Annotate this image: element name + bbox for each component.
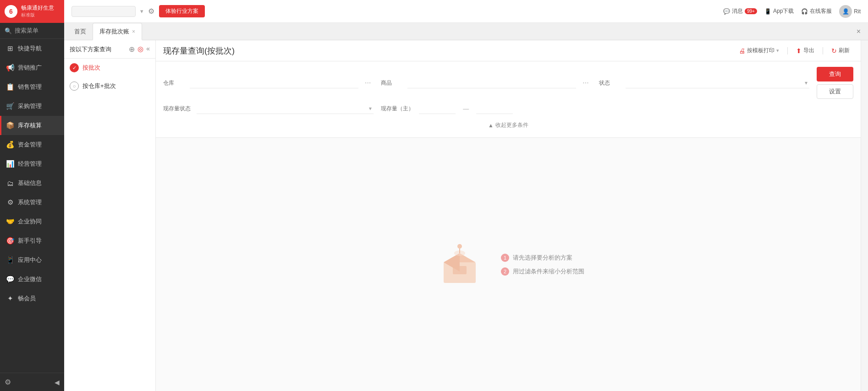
nav-label-quick-nav: 快捷导航 bbox=[18, 44, 42, 53]
refresh-button[interactable]: ↻ 刷新 bbox=[828, 45, 853, 56]
sidebar-item-system[interactable]: ⚙ 系统管理 bbox=[0, 193, 64, 212]
filter-item-warehouse-label: 按仓库+批次 bbox=[82, 82, 116, 90]
user-name: Rit bbox=[854, 8, 861, 15]
nav-icon-purchase: 🛒 bbox=[6, 102, 14, 110]
user-item[interactable]: 👤 Rit bbox=[839, 5, 861, 18]
divider-1 bbox=[787, 47, 788, 54]
online-service-label: 在线客服 bbox=[810, 7, 832, 15]
nav-icon-enterprise: 🤝 bbox=[6, 217, 14, 226]
app-download-item[interactable]: 📱 App下载 bbox=[764, 7, 794, 15]
filter-item-by-warehouse-batch[interactable]: ○ 按仓库+批次 bbox=[64, 77, 155, 95]
sidebar-brand: 畅康通好生意 标准版 bbox=[21, 5, 54, 18]
svg-point-6 bbox=[457, 244, 462, 249]
product-more-icon[interactable]: ··· bbox=[580, 78, 591, 88]
filter-row-2: 现存量状态 ▾ 现存量（主） — bbox=[163, 103, 853, 114]
nav-icon-wechat: 💬 bbox=[6, 275, 14, 283]
messages-item[interactable]: 💬 消息 99+ bbox=[723, 7, 757, 15]
hint-text-2: 用过滤条件来缩小分析范围 bbox=[513, 267, 584, 276]
nav-icon-sales: 📋 bbox=[6, 83, 14, 91]
tab-close-icon[interactable]: × bbox=[132, 28, 135, 35]
collapse-row[interactable]: ▲ 收起更多条件 bbox=[163, 119, 853, 132]
nav-icon-newbie: 🎯 bbox=[6, 237, 14, 245]
tab-home[interactable]: 首页 bbox=[68, 23, 93, 40]
empty-hints: 1 请先选择要分析的方案 2 用过滤条件来缩小分析范围 bbox=[501, 254, 584, 276]
filter-add-icon[interactable]: ⊕ bbox=[129, 45, 135, 54]
status-select-wrapper: ▾ bbox=[626, 78, 809, 88]
tab-inventory-batch-label: 库存批次账 bbox=[99, 27, 129, 36]
print-button[interactable]: 🖨 按模板打印 ▾ bbox=[735, 45, 783, 56]
sidebar-item-member[interactable]: ✦ 畅会员 bbox=[0, 289, 64, 308]
quantity-from-input[interactable] bbox=[419, 103, 456, 114]
product-input[interactable] bbox=[407, 78, 576, 88]
print-icon: 🖨 bbox=[739, 47, 745, 54]
online-service-item[interactable]: 🎧 在线客服 bbox=[801, 7, 832, 15]
topbar-settings-icon[interactable]: ⚙ bbox=[148, 7, 154, 16]
refresh-label: 刷新 bbox=[839, 47, 850, 54]
empty-hint-1: 1 请先选择要分析的方案 bbox=[501, 254, 584, 262]
tabbar: 首页 库存批次账 × × bbox=[64, 23, 868, 40]
filter-item-by-batch[interactable]: ✓ 按批次 bbox=[64, 59, 155, 77]
nav-label-apps: 应用中心 bbox=[18, 256, 42, 264]
sidebar-item-finance[interactable]: 💰 资金管理 bbox=[0, 135, 64, 154]
export-label: 导出 bbox=[803, 47, 814, 54]
sidebar-item-purchase[interactable]: 🛒 采购管理 bbox=[0, 97, 64, 116]
nav-icon-member: ✦ bbox=[6, 294, 14, 303]
query-button[interactable]: 查询 bbox=[817, 67, 853, 81]
settings-icon[interactable]: ⚙ bbox=[5, 378, 11, 386]
warehouse-input[interactable] bbox=[190, 78, 358, 88]
sidebar-item-wechat[interactable]: 💬 企业微信 bbox=[0, 270, 64, 289]
collapse-label: 收起更多条件 bbox=[495, 121, 528, 129]
quantity-dash: — bbox=[459, 105, 472, 112]
panel-close-button[interactable]: × bbox=[853, 27, 864, 36]
nav-icon-marketing: 📢 bbox=[6, 64, 14, 72]
topbar-search-input[interactable] bbox=[71, 6, 136, 17]
hint-number-2: 2 bbox=[501, 267, 509, 276]
nav-label-wechat: 企业微信 bbox=[18, 275, 42, 283]
inventory-status-select[interactable] bbox=[197, 103, 374, 114]
sidebar-logo: 6 bbox=[5, 5, 17, 18]
print-dropdown-icon[interactable]: ▾ bbox=[776, 48, 779, 54]
filter-settings-icon[interactable]: ◎ bbox=[137, 45, 143, 54]
sidebar-item-marketing[interactable]: 📢 营销推广 bbox=[0, 58, 64, 77]
sidebar-item-newbie[interactable]: 🎯 新手引导 bbox=[0, 231, 64, 250]
topbar-dropdown-icon[interactable]: ▾ bbox=[140, 8, 143, 15]
nav-icon-finance: 💰 bbox=[6, 141, 14, 149]
nav-label-sales: 销售管理 bbox=[18, 83, 42, 91]
hint-number-1: 1 bbox=[501, 254, 509, 262]
industry-solution-button[interactable]: 体验行业方案 bbox=[159, 5, 205, 17]
sidebar-item-basic[interactable]: 🗂 基础信息 bbox=[0, 174, 64, 193]
sidebar-search[interactable]: 🔍 搜索菜单 bbox=[0, 23, 64, 39]
empty-hint-2: 2 用过滤条件来缩小分析范围 bbox=[501, 267, 584, 276]
search-icon: 🔍 bbox=[5, 27, 12, 34]
tab-inventory-batch[interactable]: 库存批次账 × bbox=[93, 23, 142, 40]
app-download-label: App下载 bbox=[773, 7, 794, 15]
nav-label-finance: 资金管理 bbox=[18, 141, 42, 149]
quantity-label: 现存量（主） bbox=[381, 105, 415, 113]
topbar-right: 💬 消息 99+ 📱 App下载 🎧 在线客服 👤 Rit bbox=[723, 5, 861, 18]
quantity-to-input[interactable] bbox=[476, 103, 513, 114]
status-select[interactable] bbox=[626, 78, 809, 88]
sidebar-item-sales[interactable]: 📋 销售管理 bbox=[0, 77, 64, 97]
nav-label-marketing: 营销推广 bbox=[18, 64, 42, 72]
filter-panel-header: 按以下方案查询 ⊕ ◎ « bbox=[64, 40, 155, 59]
export-icon: ⬆ bbox=[796, 47, 802, 54]
sidebar-item-apps[interactable]: 📱 应用中心 bbox=[0, 250, 64, 270]
sidebar-item-enterprise[interactable]: 🤝 企业协同 bbox=[0, 212, 64, 231]
sidebar-item-inventory[interactable]: 📦 库存核算 bbox=[0, 116, 64, 135]
sidebar-item-quick-nav[interactable]: ⊞ 快捷导航 bbox=[0, 39, 64, 58]
warehouse-more-icon[interactable]: ··· bbox=[362, 78, 374, 88]
sidebar-item-operations[interactable]: 📊 经营管理 bbox=[0, 154, 64, 174]
settings-button[interactable]: 设置 bbox=[817, 84, 853, 99]
print-label: 按模板打印 bbox=[747, 47, 775, 54]
service-icon: 🎧 bbox=[801, 8, 808, 15]
sidebar-title: 畅康通好生意 bbox=[21, 5, 54, 12]
export-button[interactable]: ⬆ 导出 bbox=[792, 45, 818, 56]
sidebar-header: 6 畅康通好生意 标准版 bbox=[0, 0, 64, 23]
product-label: 商品 bbox=[381, 79, 404, 87]
quantity-field: 现存量（主） — bbox=[381, 103, 591, 114]
sidebar-subtitle: 标准版 bbox=[21, 12, 54, 18]
filter-collapse-icon[interactable]: « bbox=[146, 45, 150, 54]
nav-icon-inventory: 📦 bbox=[6, 121, 14, 130]
nav-label-member: 畅会员 bbox=[18, 294, 36, 303]
sidebar-toggle-icon[interactable]: ◀ bbox=[55, 379, 60, 386]
